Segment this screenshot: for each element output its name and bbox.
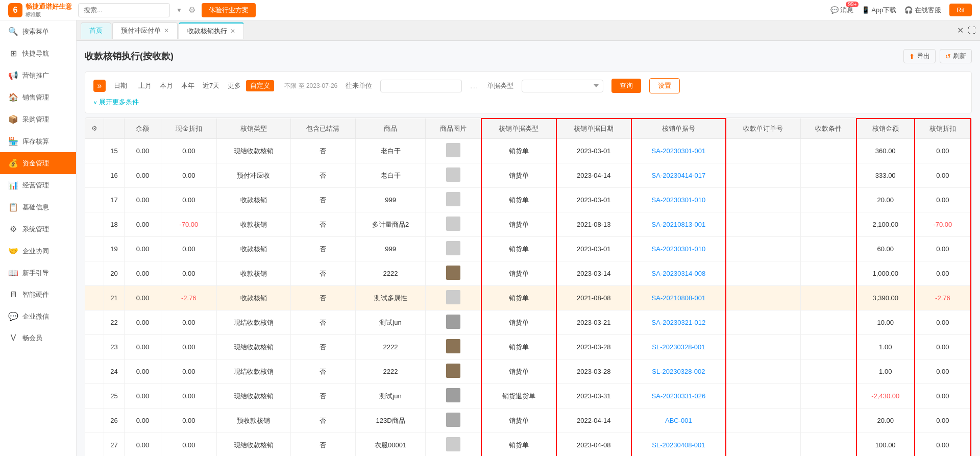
tab-receipt[interactable]: 收款核销执行 ✕ bbox=[179, 22, 244, 39]
tab-home[interactable]: 首页 bbox=[81, 22, 111, 39]
sidebar-item-corp[interactable]: 🤝 企业协同 bbox=[0, 240, 76, 262]
partner-input[interactable] bbox=[380, 80, 462, 92]
sidebar-item-inventory[interactable]: 🏪 库存核算 bbox=[0, 130, 76, 152]
sidebar-label-baseinfo: 基础信息 bbox=[22, 203, 49, 212]
sidebar-item-baseinfo[interactable]: 📋 基础信息 bbox=[0, 196, 76, 218]
table-row: 27 0.00 0.00 现结收款核销 否 衣服00001 销货单 2023-0… bbox=[85, 433, 971, 457]
td-receipt-cond bbox=[800, 310, 856, 335]
table-header-row: ⚙ 余额 现金折扣 核销类型 包含已结清 商品 商品图片 核销单据类型 核销单据… bbox=[85, 118, 971, 139]
td-amount: 360.00 bbox=[856, 139, 915, 163]
product-image bbox=[446, 192, 460, 206]
online-service-link[interactable]: 🎧 在线客服 bbox=[904, 6, 941, 15]
date-custom-btn[interactable]: 自定义 bbox=[246, 80, 274, 91]
gear-sidebar-icon: ⚙ bbox=[8, 224, 18, 234]
td-type: 预付冲应收 bbox=[216, 163, 290, 188]
date-range: 不限 至 2023-07-26 bbox=[284, 82, 337, 90]
date-lastmonth-btn[interactable]: 上月 bbox=[135, 80, 155, 91]
refresh-btn[interactable]: ↺ 刷新 bbox=[940, 49, 972, 63]
top-search-input[interactable] bbox=[78, 3, 170, 17]
product-image bbox=[446, 266, 460, 280]
notification-btn[interactable]: 💬 消息 99+ bbox=[830, 6, 854, 15]
td-balance: 0.00 bbox=[125, 359, 161, 384]
sidebar-label-hardware: 智能硬件 bbox=[22, 290, 49, 299]
th-settings[interactable]: ⚙ bbox=[85, 118, 104, 139]
filter-collapse-btn[interactable]: » bbox=[93, 80, 106, 92]
industry-btn[interactable]: 休验行业方案 bbox=[202, 3, 256, 17]
td-amount: 1.00 bbox=[856, 335, 915, 359]
tab-close-all-btn[interactable]: ✕ bbox=[957, 26, 964, 35]
query-btn[interactable]: 查询 bbox=[611, 79, 641, 93]
sidebar-label-purchase: 采购管理 bbox=[22, 115, 49, 124]
table-row: 25 0.00 0.00 现结收款核销 否 测试jun 销货退货单 2023-0… bbox=[85, 384, 971, 409]
td-balance: 0.00 bbox=[125, 163, 161, 188]
date-7days-btn[interactable]: 近7天 bbox=[200, 80, 223, 91]
td-amount: -2,430.00 bbox=[856, 384, 915, 409]
voucher-type-select[interactable] bbox=[522, 80, 603, 92]
td-voucher-no: SA-20230414-017 bbox=[631, 163, 726, 188]
app-download-link[interactable]: 📱 App下载 bbox=[862, 6, 896, 15]
tab-receipt-close[interactable]: ✕ bbox=[230, 28, 235, 35]
table-body: 15 0.00 0.00 现结收款核销 否 老白干 销货单 2023-03-01… bbox=[85, 139, 971, 457]
page-content: 收款核销执行(按收款) ⬆ 导出 ↺ 刷新 » bbox=[77, 41, 980, 456]
td-amount: 1,000.00 bbox=[856, 261, 915, 286]
td-voucher-no: SA-20230301-010 bbox=[631, 237, 726, 261]
sidebar-item-purchase[interactable]: 📦 采购管理 bbox=[0, 108, 76, 130]
expand-btn[interactable]: ∨ 展开更多条件 bbox=[93, 98, 963, 107]
td-voucher-no: SL-20230328-002 bbox=[631, 359, 726, 384]
sidebar-item-search[interactable]: 🔍 搜索菜单 bbox=[0, 20, 76, 42]
sidebar-item-hardware[interactable]: 🖥 智能硬件 bbox=[0, 284, 76, 305]
td-cash-disc: 0.00 bbox=[161, 384, 216, 409]
td-type: 现结收款核销 bbox=[216, 384, 290, 409]
rit-btn[interactable]: Rit bbox=[949, 4, 972, 16]
tab-prepay-close[interactable]: ✕ bbox=[164, 27, 169, 34]
date-thismonth-btn[interactable]: 本月 bbox=[157, 80, 176, 91]
sidebar-item-sales[interactable]: 🏠 销售管理 bbox=[0, 86, 76, 108]
td-voucher-type: 销货单 bbox=[481, 335, 556, 359]
td-goods-img bbox=[426, 409, 481, 433]
sidebar-item-marketing[interactable]: 📢 营销推广 bbox=[0, 64, 76, 86]
td-goods: 测试jun bbox=[355, 384, 425, 409]
sidebar-item-business[interactable]: 📊 经营管理 bbox=[0, 174, 76, 196]
sidebar-item-guide[interactable]: 📖 新手引导 bbox=[0, 262, 76, 284]
tab-fullscreen-btn[interactable]: ⛶ bbox=[968, 26, 976, 35]
td-goods: 衣服00001 bbox=[355, 433, 425, 457]
settings-icon[interactable]: ⚙ bbox=[188, 5, 195, 15]
handshake-icon: 🤝 bbox=[8, 246, 18, 256]
th-cash-disc: 现金折扣 bbox=[161, 118, 216, 139]
tab-prepay[interactable]: 预付冲应付单 ✕ bbox=[112, 22, 178, 39]
date-btns: 上月 本月 本年 近7天 更多 自定义 bbox=[135, 80, 274, 91]
td-type: 现结收款核销 bbox=[216, 139, 290, 163]
setting-btn[interactable]: 设置 bbox=[649, 78, 680, 93]
top-right-actions: 💬 消息 99+ 📱 App下载 🎧 在线客服 Rit bbox=[830, 4, 972, 16]
table-row: 24 0.00 0.00 现结收款核销 否 2222 销货单 2023-03-2… bbox=[85, 359, 971, 384]
td-goods: 老白干 bbox=[355, 139, 425, 163]
th-voucher-date: 核销单据日期 bbox=[556, 118, 631, 139]
sidebar-label-marketing: 营销推广 bbox=[22, 71, 49, 80]
td-goods-img bbox=[426, 433, 481, 457]
sidebar-item-system[interactable]: ⚙ 系统管理 bbox=[0, 218, 76, 240]
grid-icon: ⊞ bbox=[8, 49, 18, 58]
td-cash-disc: 0.00 bbox=[161, 237, 216, 261]
sidebar-item-member[interactable]: V 畅会员 bbox=[0, 327, 76, 349]
td-goods: 999 bbox=[355, 237, 425, 261]
td-settings bbox=[85, 310, 104, 335]
export-btn[interactable]: ⬆ 导出 bbox=[903, 49, 936, 63]
td-included: 否 bbox=[290, 359, 355, 384]
title-actions: ⬆ 导出 ↺ 刷新 bbox=[903, 49, 972, 63]
td-voucher-no: SA-20230301-010 bbox=[631, 188, 726, 212]
sidebar-item-quicknav[interactable]: ⊞ 快捷导航 bbox=[0, 42, 76, 64]
sidebar-label-wechat: 企业微信 bbox=[22, 312, 49, 321]
td-num: 26 bbox=[104, 409, 125, 433]
sidebar-item-wechat[interactable]: 💬 企业微信 bbox=[0, 305, 76, 327]
td-included: 否 bbox=[290, 310, 355, 335]
td-voucher-no: SA-20230314-008 bbox=[631, 261, 726, 286]
td-voucher-date: 2023-04-08 bbox=[556, 433, 631, 457]
sidebar-item-fund[interactable]: 💰 资金管理 bbox=[0, 152, 76, 174]
date-thisyear-btn[interactable]: 本年 bbox=[178, 80, 198, 91]
date-more-btn[interactable]: 更多 bbox=[225, 80, 244, 91]
td-voucher-date: 2023-03-28 bbox=[556, 359, 631, 384]
logo-icon: 6 bbox=[8, 3, 22, 17]
table-row: 18 0.00 -70.00 收款核销 否 多计量商品2 销货单 2021-08… bbox=[85, 212, 971, 237]
td-voucher-type: 销货单 bbox=[481, 286, 556, 310]
td-num: 17 bbox=[104, 188, 125, 212]
